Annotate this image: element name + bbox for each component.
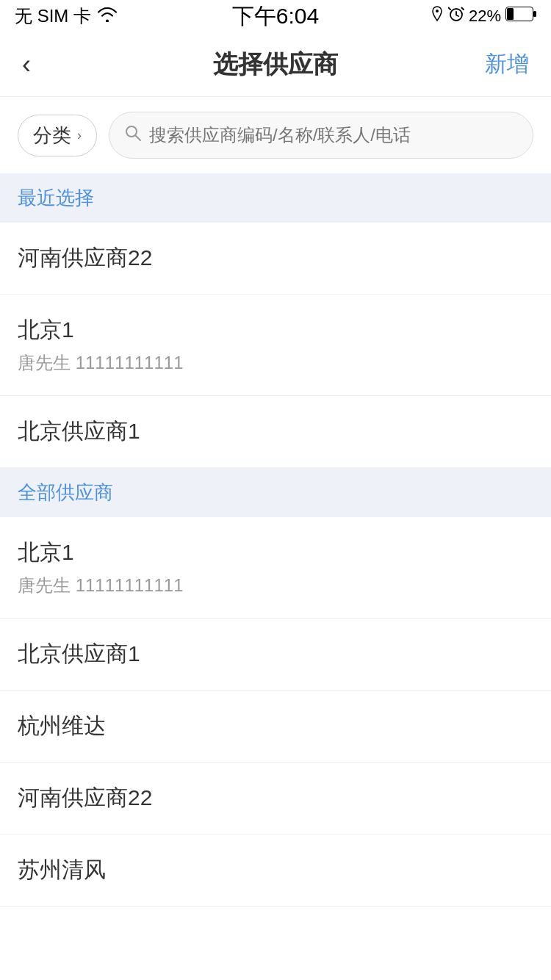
- item-name: 河南供应商22: [18, 243, 533, 273]
- item-name: 杭州维达: [18, 711, 533, 741]
- item-name: 北京1: [18, 538, 533, 568]
- list-item[interactable]: 北京供应商1: [0, 396, 551, 468]
- all-section-label: 全部供应商: [18, 481, 113, 503]
- item-name: 河南供应商22: [18, 783, 533, 813]
- carrier-label: 无 SIM 卡: [15, 4, 91, 28]
- svg-line-6: [136, 136, 141, 141]
- location-icon: [431, 6, 444, 26]
- battery-icon: [505, 7, 536, 26]
- list-item[interactable]: 苏州清风: [0, 835, 551, 907]
- alarm-icon: [448, 6, 464, 26]
- item-sub: 唐先生 11111111111: [18, 574, 533, 597]
- svg-rect-3: [533, 11, 536, 17]
- status-right: 22%: [431, 6, 536, 26]
- search-input[interactable]: [149, 125, 518, 145]
- item-name: 北京供应商1: [18, 417, 533, 447]
- list-item[interactable]: 河南供应商22: [0, 223, 551, 295]
- category-label: 分类: [33, 123, 71, 148]
- search-box[interactable]: [109, 112, 533, 159]
- item-sub: 唐先生 11111111111: [18, 351, 533, 375]
- recent-list: 河南供应商22北京1唐先生 11111111111北京供应商1: [0, 223, 551, 468]
- search-icon: [124, 124, 142, 146]
- recent-section-label: 最近选择: [18, 187, 94, 209]
- list-item[interactable]: 杭州维达: [0, 691, 551, 763]
- battery-label: 22%: [469, 7, 501, 26]
- item-name: 苏州清风: [18, 855, 533, 885]
- svg-point-0: [436, 10, 439, 12]
- list-item[interactable]: 北京1唐先生 11111111111: [0, 295, 551, 396]
- back-button[interactable]: ‹: [22, 49, 66, 80]
- list-item[interactable]: 北京1唐先生 11111111111: [0, 517, 551, 619]
- filter-bar: 分类 ›: [0, 97, 551, 173]
- wifi-icon: [97, 6, 118, 26]
- status-bar: 无 SIM 卡 下午6:04 22%: [0, 0, 551, 32]
- nav-bar: ‹ 选择供应商 新增: [0, 32, 551, 97]
- category-button[interactable]: 分类 ›: [18, 115, 97, 156]
- add-button[interactable]: 新增: [485, 49, 529, 79]
- all-list: 北京1唐先生 11111111111北京供应商1杭州维达河南供应商22苏州清风: [0, 517, 551, 907]
- status-time: 下午6:04: [232, 1, 319, 32]
- list-item[interactable]: 河南供应商22: [0, 763, 551, 835]
- item-name: 北京供应商1: [18, 639, 533, 669]
- item-name: 北京1: [18, 315, 533, 345]
- svg-rect-4: [507, 8, 514, 20]
- recent-section-header: 最近选择: [0, 173, 551, 223]
- list-item[interactable]: 北京供应商1: [0, 619, 551, 691]
- all-section-header: 全部供应商: [0, 468, 551, 517]
- chevron-right-icon: ›: [77, 128, 82, 143]
- status-left: 无 SIM 卡: [15, 4, 118, 28]
- page-title: 选择供应商: [213, 48, 338, 82]
